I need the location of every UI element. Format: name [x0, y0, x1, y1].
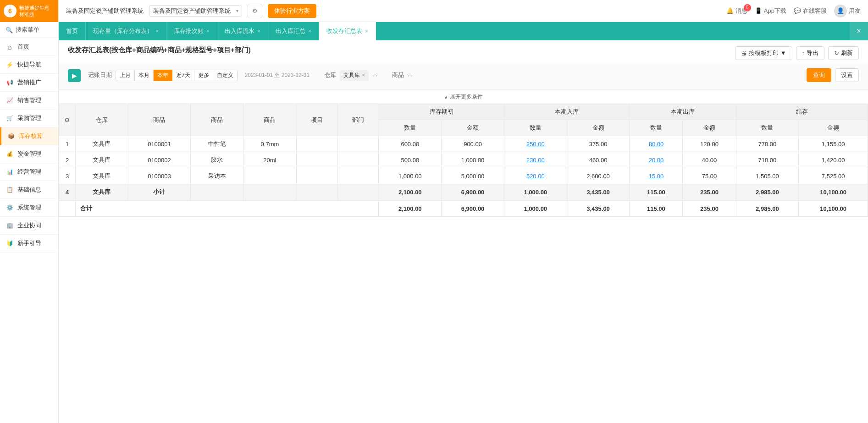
subtotal-open-qty: 2,100.00: [379, 184, 442, 201]
sidebar-item-quick[interactable]: 快捷导航: [0, 56, 58, 74]
row-in-qty-link[interactable]: 520.00: [504, 168, 567, 184]
row-open-qty: 1,000.00: [379, 168, 442, 184]
expand-more-button[interactable]: ∨ 展开更多条件: [444, 93, 483, 101]
date-filter-label: 记账日期: [88, 71, 112, 79]
row-out-qty-link[interactable]: 15.00: [630, 168, 683, 184]
sidebar-item-system[interactable]: 系统管理: [0, 199, 58, 217]
sidebar-item-home[interactable]: 首页: [0, 38, 58, 56]
export-button[interactable]: ↑ 导出: [796, 46, 825, 60]
sidebar-item-operations[interactable]: 经营管理: [0, 163, 58, 181]
warehouse-more-btn[interactable]: ···: [372, 72, 377, 79]
row-out-qty-link[interactable]: 20.00: [630, 152, 683, 168]
total-in-amt: 3,435.00: [567, 200, 630, 217]
row-in-qty-link[interactable]: 250.00: [504, 136, 567, 152]
settings-button[interactable]: ⚙: [248, 4, 262, 18]
subtotal-row: 4 文具库 小计 2,100.00 6,900.00 1,000.00 3,43…: [59, 184, 868, 201]
sidebar-item-marketing[interactable]: 营销推广: [0, 74, 58, 92]
tabbar: 首页 现存量（库存分布表） × 库存批次账 × 出入库流水 × 出入库汇总 × …: [59, 22, 868, 40]
subtotal-out-qty[interactable]: 115.00: [630, 184, 683, 201]
data-table: ⚙ 仓库 商品 商品 商品 项目 部门 库存期初 本期入库 本期出库 结存: [59, 104, 868, 217]
sales-icon: [6, 96, 14, 104]
sidebar-item-finance[interactable]: 资金管理: [0, 145, 58, 163]
table-settings-icon[interactable]: ⚙: [64, 116, 70, 124]
7days-btn[interactable]: 近7天: [172, 70, 194, 81]
user-button[interactable]: 👤 用友: [834, 5, 861, 17]
row-goods-code: 0100002: [128, 152, 191, 168]
custom-date-btn[interactable]: 自定义: [213, 70, 238, 81]
warehouse-tag-close[interactable]: ×: [362, 72, 365, 78]
tab-close-inout-summary[interactable]: ×: [308, 28, 311, 34]
row-department: [337, 136, 379, 152]
mobile-icon: 📱: [755, 7, 762, 14]
subtotal-label: 小计: [128, 184, 191, 201]
tab-home[interactable]: 首页: [59, 22, 86, 40]
table-row: 2 文具库 0100002 胶水 20ml 500.00 1,000.00 23…: [59, 152, 868, 168]
subtotal-empty3: [296, 184, 337, 201]
sidebar-item-enterprise[interactable]: 企业协同: [0, 217, 58, 235]
tab-close-recv-send-summary[interactable]: ×: [365, 28, 368, 34]
row-goods-name: 中性笔: [191, 136, 243, 152]
col-in-amt: 金额: [567, 120, 630, 136]
row-num: 1: [59, 136, 76, 152]
col-project: 项目: [296, 104, 337, 136]
prev-month-btn[interactable]: 上月: [116, 70, 135, 81]
col-group-opening: 库存期初: [379, 104, 504, 120]
sidebar-item-purchase[interactable]: 采购管理: [0, 110, 58, 127]
settings-button-filter[interactable]: 设置: [835, 68, 859, 82]
col-goods-spec: 商品: [243, 104, 296, 136]
purchase-icon: [6, 114, 14, 122]
close-all-tabs-button[interactable]: ×: [850, 22, 868, 40]
sidebar-item-inventory[interactable]: 库存核算: [0, 127, 58, 145]
quick-icon: [6, 60, 14, 69]
goods-more-btn[interactable]: ···: [408, 72, 413, 79]
total-bal-qty: 2,985.00: [736, 200, 799, 217]
tab-inout-flow[interactable]: 出入库流水 ×: [217, 22, 268, 40]
current-year-btn[interactable]: 本年: [154, 70, 172, 81]
bell-icon: 🔔: [726, 7, 734, 14]
current-month-btn[interactable]: 本月: [135, 70, 154, 81]
tab-close-inventory-dist[interactable]: ×: [155, 28, 159, 34]
sidebar-item-sales[interactable]: 销售管理: [0, 92, 58, 110]
print-button[interactable]: 🖨 按模板打印 ▼: [735, 46, 792, 60]
col-open-qty: 数量: [379, 120, 442, 136]
more-date-btn[interactable]: 更多: [194, 70, 213, 81]
online-service-button[interactable]: 💬 在线客服: [794, 7, 827, 15]
row-warehouse: 文具库: [76, 152, 128, 168]
row-project: [296, 136, 337, 152]
expand-row: ∨ 展开更多条件: [59, 90, 868, 104]
row-bal-amt: 1,155.00: [799, 136, 868, 152]
trial-button[interactable]: 体验行业方案: [268, 4, 316, 18]
row-out-qty-link[interactable]: 80.00: [630, 136, 683, 152]
refresh-button[interactable]: ↻ 刷新: [828, 46, 859, 60]
sidebar-search[interactable]: 🔍 搜索菜单: [0, 22, 58, 38]
tab-close-batch-account[interactable]: ×: [206, 28, 210, 34]
tab-recv-send-summary[interactable]: 收发存汇总表 ×: [319, 22, 376, 40]
sidebar-item-base[interactable]: 基础信息: [0, 181, 58, 199]
system-icon: [6, 203, 14, 212]
tab-inventory-dist[interactable]: 现存量（库存分布表） ×: [86, 22, 166, 40]
row-goods-code: 0100003: [128, 168, 191, 184]
row-open-qty: 500.00: [379, 152, 442, 168]
row-num: 3: [59, 168, 76, 184]
tab-close-inout-flow[interactable]: ×: [257, 28, 260, 34]
filter-toggle-button[interactable]: ▶: [68, 69, 81, 82]
row-bal-qty: 710.00: [736, 152, 799, 168]
topbar-select-wrap[interactable]: 装备及固定资产辅助管理系统: [149, 5, 242, 16]
print-icon: 🖨: [741, 49, 747, 56]
query-button[interactable]: 查询: [807, 68, 831, 82]
date-filter-buttons: 上月 本月 本年 近7天 更多 自定义: [116, 70, 238, 81]
app-download-button[interactable]: 📱 App下载: [755, 7, 786, 15]
col-out-amt: 金额: [683, 120, 736, 136]
main-area: 装备及固定资产辅助管理系统 装备及固定资产辅助管理系统 ⚙ 体验行业方案 🔔 消…: [59, 0, 868, 423]
messages-button[interactable]: 🔔 消息 5: [726, 7, 747, 15]
subtotal-in-qty[interactable]: 1,000.00: [504, 184, 567, 201]
sidebar-item-guide[interactable]: 新手引导: [0, 235, 58, 253]
warehouse-filter-label: 仓库: [324, 71, 336, 79]
tab-batch-account[interactable]: 库存批次账 ×: [166, 22, 217, 40]
row-in-qty-link[interactable]: 230.00: [504, 152, 567, 168]
subtotal-bal-amt: 10,100.00: [799, 184, 868, 201]
subtotal-in-amt: 3,435.00: [567, 184, 630, 201]
tab-inout-summary[interactable]: 出入库汇总 ×: [268, 22, 319, 40]
system-select[interactable]: 装备及固定资产辅助管理系统: [149, 5, 242, 16]
row-project: [296, 168, 337, 184]
